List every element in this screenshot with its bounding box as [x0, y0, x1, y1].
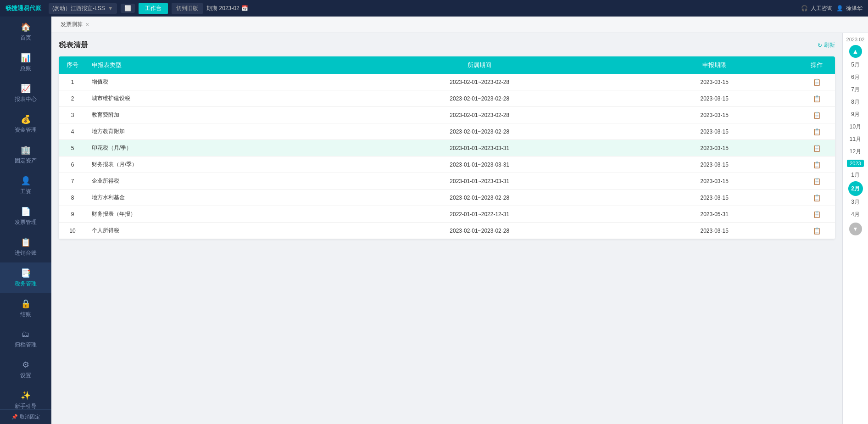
month-item[interactable]: 7月	[847, 84, 864, 96]
tax-table: 序号 申报表类型 所属期间 申报期限 操作 1 增值税 2023-02-01~2…	[59, 56, 835, 239]
cell-type: 个人所得税	[86, 223, 328, 239]
payroll-icon: 👤	[21, 176, 31, 186]
cell-no: 4	[59, 123, 86, 140]
company-settings-button[interactable]: ⬜	[121, 4, 135, 13]
user-profile-button[interactable]: 👤 徐泽华	[836, 5, 862, 12]
username-label: 徐泽华	[846, 5, 862, 12]
cell-no: 5	[59, 140, 86, 156]
action-icon-4[interactable]: 📋	[813, 128, 821, 135]
month-item[interactable]: 9月	[847, 108, 864, 121]
action-icon-6[interactable]: 📋	[813, 161, 821, 168]
cell-no: 1	[59, 74, 86, 90]
unpin-button[interactable]: 📌 取消固定	[0, 409, 51, 424]
sidebar-item-settings[interactable]: ⚙设置	[0, 354, 51, 385]
action-icon-10[interactable]: 📋	[813, 227, 821, 234]
sidebar-item-report[interactable]: 📈报表中心	[0, 78, 51, 109]
action-icon-3[interactable]: 📋	[813, 112, 821, 119]
cell-action: 📋	[798, 90, 835, 107]
month-item[interactable]: 4月	[848, 208, 863, 221]
sidebar-item-closing[interactable]: 🔒结账	[0, 293, 51, 324]
col-type: 申报表类型	[86, 56, 328, 74]
cell-no: 3	[59, 107, 86, 123]
company-selector[interactable]: (勿动）江西报宜-LSS ▼	[49, 3, 117, 14]
cell-no: 7	[59, 173, 86, 190]
month-item[interactable]: 6月	[847, 71, 864, 84]
cell-action: 📋	[798, 190, 835, 206]
month-item[interactable]: 8月	[847, 96, 864, 108]
cell-action: 📋	[798, 156, 835, 173]
cell-action: 📋	[798, 107, 835, 123]
action-icon-9[interactable]: 📋	[813, 211, 821, 218]
col-no: 序号	[59, 56, 86, 74]
ledger-icon: 📊	[21, 53, 31, 63]
sidebar-label-report: 报表中心	[15, 95, 37, 103]
period-icon: 📅	[241, 5, 248, 11]
sidebar-item-payroll[interactable]: 👤工资	[0, 170, 51, 201]
table-row: 10 个人所得税 2023-02-01~2023-02-28 2023-03-1…	[59, 223, 835, 239]
col-action: 操作	[798, 56, 835, 74]
cell-period: 2023-02-01~2023-02-28	[328, 107, 630, 123]
prev-arrow-button[interactable]: ▲	[849, 45, 862, 58]
closing-icon: 🔒	[21, 299, 31, 309]
ai-consult-button[interactable]: 🎧 人工咨询	[801, 5, 833, 12]
cell-type: 教育费附加	[86, 107, 328, 123]
sidebar-item-invoice-mgmt[interactable]: 📄发票管理	[0, 201, 51, 232]
sidebar-item-fixed-assets[interactable]: 🏢固定资产	[0, 139, 51, 170]
cell-period: 2023-01-01~2023-03-31	[328, 156, 630, 173]
cell-no: 6	[59, 156, 86, 173]
tab-close-invoice-calc[interactable]: ✕	[85, 22, 89, 27]
cell-no: 8	[59, 190, 86, 206]
month-item[interactable]: 11月	[847, 133, 864, 145]
cell-type: 企业所得税	[86, 173, 328, 190]
user-avatar-icon: 👤	[836, 5, 843, 11]
action-icon-5[interactable]: 📋	[813, 145, 821, 152]
sidebar-item-purchase-mgmt[interactable]: 📋进销台账	[0, 232, 51, 262]
workbench-button[interactable]: 工作台	[139, 3, 168, 14]
cell-deadline: 2023-03-15	[630, 74, 798, 90]
refresh-button[interactable]: ↻ 刷新	[818, 41, 835, 49]
cell-no: 9	[59, 206, 86, 223]
action-icon-2[interactable]: 📋	[813, 95, 821, 102]
sidebar-label-purchase-mgmt: 进销台账	[15, 249, 37, 257]
company-dropdown-icon: ▼	[108, 5, 113, 11]
month-item[interactable]: 1月	[848, 169, 863, 181]
cell-type: 地方教育附加	[86, 123, 328, 140]
switch-version-button[interactable]: 切到旧版	[172, 3, 203, 14]
month-item[interactable]: 2月	[848, 181, 863, 196]
purchase-mgmt-icon: 📋	[21, 237, 31, 247]
table-row: 9 财务报表（年报） 2022-01-01~2022-12-31 2023-05…	[59, 206, 835, 223]
action-icon-1[interactable]: 📋	[813, 78, 821, 86]
cell-action: 📋	[798, 206, 835, 223]
period-label: 期期	[206, 5, 217, 12]
month-item[interactable]: 10月	[847, 121, 864, 133]
sidebar-label-settings: 设置	[20, 372, 31, 379]
cell-deadline: 2023-03-15	[630, 90, 798, 107]
tab-bar: 首页工资表✕工资统计报表✕发票✕发票测算✕发票开具✕进销稽核✕进销台账✕税表清册…	[51, 17, 868, 33]
page-title: 税表清册	[59, 40, 88, 50]
action-icon-7[interactable]: 📋	[813, 178, 821, 185]
col-period: 所属期间	[328, 56, 630, 74]
month-item[interactable]: 12月	[847, 145, 864, 158]
cell-type: 增值税	[86, 74, 328, 90]
sidebar-item-capital[interactable]: 💰资金管理	[0, 109, 51, 139]
cell-action: 📋	[798, 123, 835, 140]
cell-no: 10	[59, 223, 86, 239]
sidebar: 🏠首页📊总账📈报表中心💰资金管理🏢固定资产👤工资📄发票管理📋进销台账📑税务管理🔒…	[0, 17, 51, 424]
sidebar-item-archive[interactable]: 🗂归档管理	[0, 324, 51, 354]
sidebar-item-tax-mgmt[interactable]: 📑税务管理	[0, 262, 51, 293]
right-period-panel: 2023.02 ▲ 5月6月7月8月9月10月11月12月 2023 1月2月3…	[842, 33, 868, 424]
sidebar-item-ledger[interactable]: 📊总账	[0, 47, 51, 78]
tab-invoice-calc[interactable]: 发票测算✕	[55, 18, 106, 31]
sidebar-item-home[interactable]: 🏠首页	[0, 17, 51, 47]
cell-deadline: 2023-03-15	[630, 190, 798, 206]
cell-deadline: 2023-03-15	[630, 223, 798, 239]
month-item[interactable]: 5月	[847, 59, 864, 71]
table-row: 4 地方教育附加 2023-02-01~2023-02-28 2023-03-1…	[59, 123, 835, 140]
main-layout: 🏠首页📊总账📈报表中心💰资金管理🏢固定资产👤工资📄发票管理📋进销台账📑税务管理🔒…	[0, 17, 868, 424]
year-badge[interactable]: 2023	[847, 160, 863, 167]
sidebar-label-archive: 归档管理	[15, 341, 37, 349]
collapse-panel-button[interactable]: ▼	[849, 223, 862, 235]
month-item[interactable]: 3月	[848, 196, 863, 208]
action-icon-8[interactable]: 📋	[813, 194, 821, 201]
page-header: 税表清册 ↻ 刷新	[59, 40, 835, 50]
